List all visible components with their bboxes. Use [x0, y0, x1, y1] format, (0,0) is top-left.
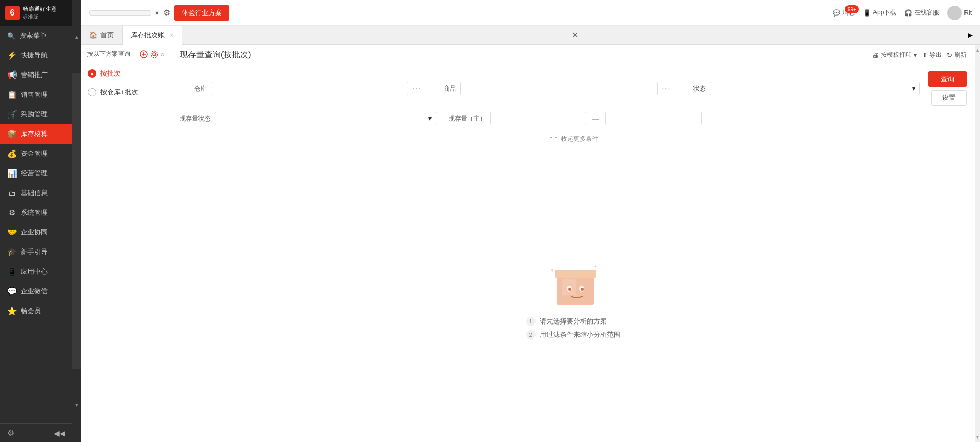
sidebar-item-member[interactable]: ⭐ 畅会员 [0, 301, 72, 321]
sidebar-item-system[interactable]: ⚙ 系统管理 [0, 203, 72, 223]
status-select[interactable]: ▾ [710, 82, 920, 95]
tab-close-button[interactable]: × [170, 32, 173, 39]
search-icon: 🔍 [7, 32, 16, 40]
topbar-left: ▾ ⚙ 体验行业方案 [89, 5, 827, 21]
status-label: 状态 [679, 84, 706, 93]
sidebar-item-newbie[interactable]: 🎓 新手引导 [0, 242, 72, 262]
sidebar-item-label: 基础信息 [21, 188, 48, 198]
scrollbar-up[interactable]: ▲ [975, 45, 980, 55]
product-input[interactable] [460, 82, 658, 95]
topbar-gear-button[interactable]: ⚙ [163, 8, 170, 18]
export-button[interactable]: ⬆ 导出 [922, 51, 942, 60]
svg-point-3 [153, 53, 156, 56]
newbie-icon: 🎓 [7, 247, 17, 257]
collapse-panel-button[interactable]: » [160, 50, 165, 58]
warehouse-field: 仓库 ··· [180, 82, 421, 95]
product-more-button[interactable]: ··· [662, 84, 670, 93]
filter-by-warehouse-batch-label: 按仓库+批次 [100, 87, 138, 97]
shortcut-icon: ⚡ [7, 51, 17, 60]
stock-status-select[interactable]: ▾ [215, 112, 436, 125]
user-menu[interactable]: Rit [947, 6, 972, 20]
stock-quantity-to-input[interactable] [605, 112, 702, 125]
collapse-more-button[interactable]: ⌃⌃ 收起更多条件 [180, 131, 967, 146]
settings-button[interactable]: ⚙ [7, 428, 14, 438]
print-icon: 🖨 [872, 52, 879, 59]
sidebar-item-finance[interactable]: 💰 资金管理 [0, 144, 72, 164]
sidebar-item-sales[interactable]: 📋 销售管理 [0, 85, 72, 105]
instruction-text-1: 请先选择要分析的方案 [540, 317, 607, 326]
svg-rect-6 [555, 270, 596, 278]
filter-item-by-warehouse-batch[interactable]: 按仓库+批次 [81, 83, 171, 101]
warehouse-label: 仓库 [180, 84, 206, 93]
sidebar-item-marketing[interactable]: 📢 营销推广 [0, 65, 72, 85]
warehouse-input[interactable] [211, 82, 408, 95]
page-header-actions: 🖨 按模板打印 ▾ ⬆ 导出 ↻ 刷新 [872, 51, 967, 60]
filter-item-by-batch[interactable]: ● 按批次 [81, 64, 171, 83]
scroll-down-arrow[interactable]: ▼ [72, 369, 81, 442]
sidebar-item-label: 经营管理 [21, 169, 48, 178]
settings-button[interactable]: 设置 [931, 90, 967, 106]
topbar-dropdown-button[interactable]: ▾ [155, 9, 159, 17]
sidebar-item-label: 销售管理 [21, 90, 48, 99]
sidebar-item-label: 新手引导 [21, 247, 48, 257]
content-area: 按以下方案查询 » ● 按批次 按仓库+批次 [81, 45, 980, 442]
tab-panel-close-button[interactable]: ✕ [565, 30, 586, 40]
collapse-label: 收起更多条件 [561, 135, 598, 143]
avatar [947, 6, 962, 20]
empty-state: ✦ ✦ 1 请先选择要分析的方案 2 用过滤条件来缩小分析范围 [526, 257, 620, 340]
print-dropdown-icon: ▾ [914, 52, 917, 59]
collapse-up-icon: ⌃⌃ [548, 136, 559, 143]
topbar-search-box [89, 10, 151, 16]
message-badge: 99+ [845, 5, 859, 13]
inventory-icon: 📦 [7, 129, 17, 139]
sidebar-item-label: 库存核算 [21, 129, 48, 139]
sidebar-item-label: 畅会员 [21, 306, 41, 316]
sidebar-item-enterprise[interactable]: 🤝 企业协同 [0, 223, 72, 242]
sidebar-item-basics[interactable]: 🗂 基础信息 [0, 183, 72, 203]
right-scrollbar[interactable]: ▲ ▼ [975, 45, 980, 442]
tab-inventory-batch-label: 库存批次账 [131, 31, 165, 40]
operations-icon: 📊 [7, 169, 17, 178]
sidebar-search[interactable]: 🔍 搜索菜单 [0, 26, 72, 46]
app-download-button[interactable]: 📱 App下载 [863, 8, 896, 17]
sidebar-item-operations[interactable]: 📊 经营管理 [0, 164, 72, 183]
tab-home[interactable]: 🏠 首页 [81, 26, 123, 45]
sidebar-item-shortcut[interactable]: ⚡ 快捷导航 [0, 46, 72, 65]
sidebar-item-wechat[interactable]: 💬 企业微信 [0, 282, 72, 301]
scroll-up-arrow[interactable]: ▲ [72, 0, 81, 73]
app-label: App下载 [873, 8, 896, 17]
basics-icon: 🗂 [7, 188, 17, 198]
sidebar-item-label: 系统管理 [21, 208, 48, 217]
sidebar: 6 畅康通好生意 标准版 🔍 搜索菜单 ⚡ 快捷导航 📢 营销推广 📋 销售管理… [0, 0, 72, 442]
collapse-sidebar-button[interactable]: ◀◀ [54, 429, 65, 437]
sidebar-item-inventory[interactable]: 📦 库存核算 [0, 124, 72, 144]
sidebar-item-label: 营销推广 [21, 70, 48, 80]
query-button[interactable]: 查询 [928, 71, 967, 87]
status-dropdown-icon: ▾ [912, 85, 915, 92]
sales-icon: 📋 [7, 90, 17, 99]
print-button[interactable]: 🖨 按模板打印 ▾ [872, 51, 917, 60]
warehouse-more-button[interactable]: ··· [412, 84, 421, 93]
experience-button[interactable]: 体验行业方案 [174, 5, 229, 21]
sidebar-scrollbar: ▲ ▼ [72, 0, 81, 442]
add-scheme-button[interactable] [140, 50, 148, 58]
export-label: 导出 [929, 51, 942, 60]
sidebar-item-purchase[interactable]: 🛒 采购管理 [0, 105, 72, 124]
message-button[interactable]: 💬 消息 99+ [833, 8, 855, 17]
filter-by-batch-label: 按批次 [100, 69, 121, 78]
data-area: ✦ ✦ 1 请先选择要分析的方案 2 用过滤条件来缩小分析范围 [171, 154, 975, 442]
system-icon: ⚙ [7, 208, 17, 217]
refresh-button[interactable]: ↻ 刷新 [947, 51, 967, 60]
scrollbar-down[interactable]: ▼ [975, 432, 980, 442]
page-title: 现存量查询(按批次) [180, 50, 251, 61]
sidebar-item-appstore[interactable]: 📱 应用中心 [0, 262, 72, 282]
stock-status-field: 现存量状态 ▾ [180, 112, 436, 125]
sidebar-header: 6 畅康通好生意 标准版 [0, 0, 72, 26]
filter-inactive-dot [88, 88, 96, 96]
scheme-settings-button[interactable] [150, 50, 158, 58]
tab-right-arrow[interactable]: ▶ [968, 31, 980, 39]
stock-quantity-from-input[interactable] [490, 112, 586, 125]
tab-inventory-batch[interactable]: 库存批次账 × [123, 26, 182, 45]
service-button[interactable]: 🎧 在线客服 [904, 8, 939, 17]
message-icon: 💬 [833, 9, 840, 17]
